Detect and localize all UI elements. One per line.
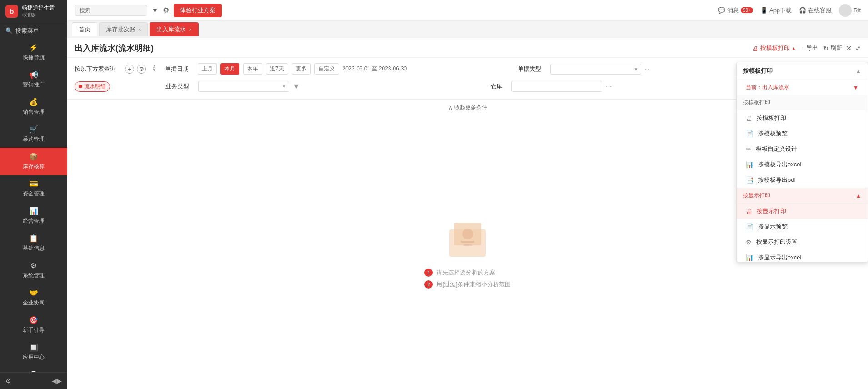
tab-batch-account[interactable]: 库存批次账 × <box>99 22 148 36</box>
sidebar-settings-btn[interactable]: ⚙ <box>5 377 11 384</box>
display-settings-label: 按显示打印设置 <box>756 238 798 246</box>
date-btn-this-year[interactable]: 本年 <box>243 63 262 75</box>
template-export-pdf-btn[interactable]: 📑 按模板导出pdf <box>737 172 868 188</box>
sidebar-search[interactable]: 🔍 搜索菜单 <box>0 23 67 39</box>
sidebar-item-system[interactable]: ⚙ 系统管理 <box>0 257 67 284</box>
step-2-num: 2 <box>424 280 433 289</box>
sidebar-item-wechat[interactable]: 💬 企业微信 <box>0 366 67 372</box>
sidebar-item-inventory[interactable]: 📦 库存核算 <box>0 148 67 175</box>
export-btn[interactable]: ↑ 导出 <box>802 44 818 52</box>
tab-flow[interactable]: 出入库流水 × <box>150 22 198 36</box>
filter-add-btn[interactable]: + <box>125 65 134 74</box>
empty-steps-list: 1 请先选择要分析的方案 2 用[过滤]条件来缩小分析范围 <box>424 269 510 289</box>
dropdown-panel: 按模板打印 ▲ 当前：出入库流水 ▼ 按模板打印 🖨 按模板打印 <box>736 62 868 262</box>
print-template-btn[interactable]: 🖨 按模板打印 ▲ <box>753 44 796 52</box>
template-preview-btn[interactable]: 📄 按模板预览 <box>737 126 868 141</box>
message-btn[interactable]: 💬 消息 99+ <box>718 6 753 15</box>
type-select[interactable] <box>550 64 641 75</box>
sidebar-item-basic[interactable]: 📋 基础信息 <box>0 229 67 257</box>
display-section-chevron: ▲ <box>856 193 861 199</box>
export-icon: ↑ <box>802 45 805 52</box>
collapse-label: 收起更多条件 <box>454 104 487 111</box>
template-custom-btn[interactable]: ✏ 模板自定义设计 <box>737 141 868 157</box>
filter-settings-btn[interactable]: ⚙ <box>137 65 146 74</box>
tab-batch-account-close[interactable]: × <box>138 27 141 32</box>
tag-flow-detail[interactable]: 流水明细 <box>75 81 110 92</box>
sidebar-item-label: 应用中心 <box>23 354 45 361</box>
dropdown-collapse-btn[interactable]: ▲ <box>855 68 861 75</box>
date-btn-this-month[interactable]: 本月 <box>220 63 239 75</box>
tab-home-label: 首页 <box>79 25 90 34</box>
app-download-label: App下载 <box>769 6 792 15</box>
warehouse-input[interactable] <box>511 81 602 92</box>
page-title: 出入库流水(流水明细) <box>75 43 154 54</box>
sidebar-item-operation[interactable]: 📊 经营管理 <box>0 202 67 229</box>
date-btn-7days[interactable]: 近7天 <box>266 63 288 75</box>
business-type-dropdown-icon[interactable]: ▼ <box>293 82 300 90</box>
date-btn-custom[interactable]: 自定义 <box>314 63 339 75</box>
topbar-dropdown-btn[interactable]: ▼ <box>152 7 158 14</box>
topbar-search-input[interactable] <box>75 5 147 16</box>
tag-label: 流水明细 <box>84 83 106 90</box>
page-expand-btn[interactable]: ⤢ <box>855 45 861 52</box>
date-btn-last-month[interactable]: 上月 <box>198 63 217 75</box>
app-download-btn[interactable]: 📱 App下载 <box>760 6 792 15</box>
tag-area: 流水明细 <box>75 81 156 92</box>
tab-flow-close[interactable]: × <box>189 27 191 32</box>
date-filter: 上月 本月 本年 近7天 更多 自定义 2023-06-01 至 2023-06… <box>198 63 509 75</box>
type-more-icon[interactable]: ··· <box>645 66 649 72</box>
topbar: ▼ ⚙ 体验行业方案 💬 消息 99+ 📱 App下载 🎧 在线客服 Rit <box>67 0 868 21</box>
sidebar-item-quick-nav[interactable]: ⚡ 快捷导航 <box>0 39 67 66</box>
online-service-btn[interactable]: 🎧 在线客服 <box>799 6 832 15</box>
step-2-text: 用[过滤]条件来缩小分析范围 <box>436 280 510 289</box>
sidebar-item-finance[interactable]: 💳 资金管理 <box>0 175 67 202</box>
filter-collapse-btn[interactable]: 《 <box>149 64 156 74</box>
template-print-btn[interactable]: 🖨 按模板打印 <box>737 110 868 126</box>
display-print-btn[interactable]: 🖨 按显示打印 <box>737 204 868 219</box>
display-print-header-label: 按显示打印 <box>743 192 770 199</box>
sidebar-toggle-btn[interactable]: ◀▶ <box>52 377 62 384</box>
template-pdf-label: 按模板导出pdf <box>758 176 796 184</box>
display-print-header: 按显示打印 ▲ <box>737 188 868 204</box>
dropdown-current-label: 当前：出入库流水 <box>746 84 789 91</box>
guide-icon: 🎯 <box>29 316 38 324</box>
empty-illustration <box>440 216 495 261</box>
page-close-btn[interactable]: ✕ <box>846 44 852 53</box>
display-preview-btn[interactable]: 📄 按显示预览 <box>737 219 868 234</box>
trial-btn[interactable]: 体验行业方案 <box>174 4 222 17</box>
sidebar-item-guide[interactable]: 🎯 新手引导 <box>0 311 67 339</box>
display-print-settings-btn[interactable]: ⚙ 按显示打印设置 <box>737 234 868 250</box>
app-download-icon: 📱 <box>760 7 768 14</box>
topbar-settings-btn[interactable]: ⚙ <box>163 6 169 15</box>
date-btn-more[interactable]: 更多 <box>292 63 311 75</box>
search-icon: 🔍 <box>5 27 13 34</box>
sidebar-item-label: 系统管理 <box>23 272 45 279</box>
warehouse-more-btn[interactable]: ··· <box>606 82 612 90</box>
template-export-excel-btn[interactable]: 📊 按模板导出excel <box>737 157 868 172</box>
refresh-label: 刷新 <box>830 44 842 52</box>
display-export-excel-btn[interactable]: 📊 按显示导出excel <box>737 250 868 262</box>
sidebar-item-sales[interactable]: 💰 销售管理 <box>0 93 67 120</box>
tab-home[interactable]: 首页 <box>72 22 97 36</box>
search-label: 搜索菜单 <box>15 27 39 35</box>
sidebar: b 畅捷通好生意 标准版 🔍 搜索菜单 ⚡ 快捷导航 📢 营销推广 💰 销售管理… <box>0 0 67 389</box>
template-custom-label: 模板自定义设计 <box>756 145 797 153</box>
svg-point-2 <box>462 229 473 239</box>
user-avatar-btn[interactable]: Rit <box>839 4 861 17</box>
step-1-num: 1 <box>424 269 433 277</box>
dropdown-scroll: 当前：出入库流水 ▼ 按模板打印 🖨 按模板打印 📄 按模板预览 <box>737 80 868 262</box>
sidebar-item-enterprise[interactable]: 🤝 企业协同 <box>0 284 67 311</box>
refresh-btn[interactable]: ↻ 刷新 <box>823 44 842 52</box>
tabbar: 首页 库存批次账 × 出入库流水 × <box>67 21 868 38</box>
sidebar-item-label: 库存核算 <box>23 163 45 170</box>
logo-icon: b <box>5 5 18 18</box>
finance-icon: 💳 <box>29 180 38 188</box>
sidebar-item-apps[interactable]: 🔲 应用中心 <box>0 339 67 366</box>
logo-text: 畅捷通好生意 <box>22 5 55 12</box>
business-type-select[interactable] <box>198 81 289 92</box>
empty-step-1: 1 请先选择要分析的方案 <box>424 269 510 277</box>
sidebar-item-purchase[interactable]: 🛒 采购管理 <box>0 120 67 148</box>
type-label: 单据类型 <box>518 65 541 73</box>
sidebar-item-marketing[interactable]: 📢 营销推广 <box>0 66 67 93</box>
basic-icon: 📋 <box>29 234 38 243</box>
